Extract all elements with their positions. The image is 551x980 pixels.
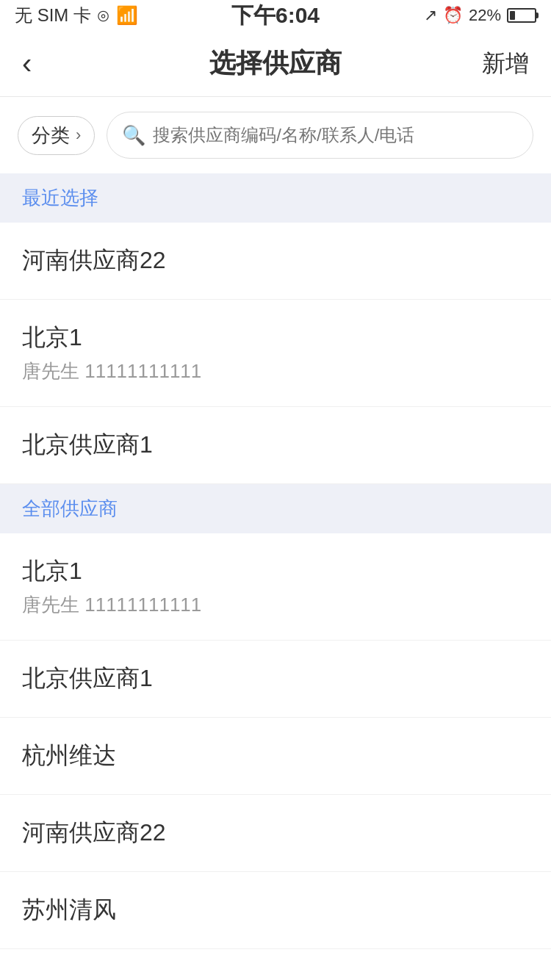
status-right: ↗ ⏰ 22% [424, 6, 536, 25]
filter-bar: 分类 › 🔍 [0, 97, 551, 173]
search-input[interactable] [153, 125, 518, 145]
search-box[interactable]: 🔍 [107, 112, 533, 159]
list-item[interactable]: 北京供应商1 [0, 641, 551, 718]
recent-items-list: 河南供应商22北京1唐先生 11111111111北京供应商1 [0, 223, 551, 484]
list-item[interactable]: 河南供应商22 [0, 795, 551, 872]
no-sim-label: 无 SIM 卡 ⊙ [15, 4, 110, 27]
battery-percent: 22% [469, 6, 501, 25]
back-button[interactable]: ‹ [22, 47, 81, 80]
list-item[interactable]: 杭州维达 [0, 718, 551, 795]
item-name: 杭州维达 [22, 740, 529, 772]
status-left: 无 SIM 卡 ⊙ 📶 [15, 4, 138, 27]
list-item[interactable]: 河南供应商22 [0, 223, 551, 300]
recent-section-label: 最近选择 [22, 187, 98, 209]
battery-indicator [507, 8, 536, 23]
search-icon: 🔍 [122, 124, 145, 147]
all-section-label: 全部供应商 [22, 497, 118, 519]
list-item[interactable]: 苏州清风 [0, 872, 551, 949]
list-item[interactable]: 北京1唐先生 11111111111 [0, 300, 551, 407]
item-name: 北京1 [22, 322, 529, 354]
recent-section-header: 最近选择 [0, 173, 551, 223]
list-item[interactable]: 北京1唐先生 11111111111 [0, 533, 551, 641]
item-name: 北京供应商1 [22, 663, 529, 695]
category-label: 分类 [32, 123, 70, 148]
all-items-list: 北京1唐先生 11111111111北京供应商1杭州维达河南供应商22苏州清风 [0, 533, 551, 949]
list-item[interactable]: 北京供应商1 [0, 407, 551, 484]
nav-bar: ‹ 选择供应商 新增 [0, 31, 551, 97]
page-title: 选择供应商 [209, 46, 342, 82]
status-time: 下午6:04 [231, 1, 320, 31]
wifi-icon: 📶 [116, 5, 138, 26]
item-name: 北京1 [22, 555, 529, 588]
alarm-icon: ⏰ [443, 6, 463, 25]
item-sub: 唐先生 11111111111 [22, 592, 529, 618]
status-bar: 无 SIM 卡 ⊙ 📶 下午6:04 ↗ ⏰ 22% [0, 0, 551, 31]
item-sub: 唐先生 11111111111 [22, 359, 529, 384]
item-name: 北京供应商1 [22, 429, 529, 461]
item-name: 苏州清风 [22, 894, 529, 926]
location-icon: ↗ [424, 6, 437, 25]
all-section-header: 全部供应商 [0, 484, 551, 533]
item-name: 河南供应商22 [22, 817, 529, 849]
item-name: 河南供应商22 [22, 245, 529, 277]
add-new-button[interactable]: 新增 [470, 48, 529, 80]
category-arrow-icon: › [76, 126, 81, 145]
category-button[interactable]: 分类 › [18, 116, 95, 155]
